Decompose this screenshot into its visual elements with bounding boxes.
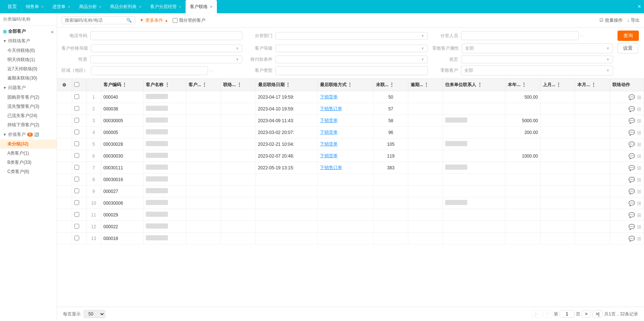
row-last-contact-way[interactable] [317, 174, 373, 186]
grid-action-icon[interactable]: ⊞ [637, 130, 641, 135]
row-last-contact-way[interactable]: 下销售订单 [317, 162, 373, 174]
sidebar-item-abnormal[interactable]: 固购异常客户(2) [0, 93, 57, 102]
sidebar-group-problem[interactable]: ▼ 问题客户 [0, 83, 57, 93]
message-icon[interactable]: 💬 [629, 224, 635, 230]
sidebar-item-lost-warn[interactable]: 流失预警客户(3) [0, 102, 57, 111]
per-page-select[interactable]: 50 100 [84, 310, 105, 318]
message-icon[interactable]: 💬 [629, 188, 635, 194]
th-type[interactable]: 客户... ⋮ [186, 79, 221, 91]
field-customer-level-select[interactable]: ▼ [275, 45, 427, 52]
row-checkbox[interactable] [74, 188, 79, 193]
nav-tab-sales[interactable]: 销售单 × [21, 0, 48, 13]
th-no-contact[interactable]: 未联... ⋮ [373, 79, 408, 91]
message-icon[interactable]: 💬 [629, 106, 635, 112]
all-customers-header[interactable]: ⊞ 全部客户 « [0, 25, 57, 36]
grid-action-icon[interactable]: ⊞ [637, 165, 641, 171]
sidebar-group-pending[interactable]: ▼ 待联络客户 [0, 36, 57, 46]
row-checkbox[interactable] [74, 177, 79, 181]
field-nature-select[interactable]: ▼ [90, 56, 242, 63]
close-analysis-icon[interactable]: × [99, 4, 101, 9]
th-contacts-person[interactable]: 往来单位联系人 ⋮ [443, 79, 506, 91]
row-last-contact-way[interactable] [317, 209, 373, 221]
sidebar-item-B[interactable]: B类客户(33) [0, 158, 57, 167]
more-conditions-btn[interactable]: ▼ 更多条件 ▲ [140, 17, 168, 24]
batch-operation-btn[interactable]: ☑ 批量操作 [599, 17, 623, 24]
message-icon[interactable]: 💬 [629, 177, 635, 183]
sidebar-item-decreasing[interactable]: 持续下滑客户(2) [0, 120, 57, 130]
row-checkbox[interactable] [74, 212, 79, 217]
th-last-contact-date[interactable]: 最后联络日期 ⋮ [256, 79, 317, 91]
row-checkbox[interactable] [74, 141, 79, 146]
row-checkbox[interactable] [74, 94, 79, 99]
sidebar-item-C[interactable]: C类客户(6) [0, 167, 57, 176]
row-last-contact-way[interactable] [317, 197, 373, 209]
message-icon[interactable]: 💬 [629, 118, 635, 124]
row-checkbox[interactable] [74, 224, 79, 229]
message-icon[interactable]: 💬 [629, 141, 635, 147]
grid-action-icon[interactable]: ⊞ [637, 236, 641, 241]
th-name[interactable]: 客户名称 ⋮ [144, 79, 186, 91]
grid-action-icon[interactable]: ⊞ [637, 118, 641, 124]
field-status-select[interactable]: ▼ [461, 56, 613, 63]
refresh-icon[interactable]: 🔄 [34, 133, 39, 137]
row-checkbox[interactable] [74, 200, 79, 205]
manager-dots-icon[interactable]: ··· [580, 33, 584, 38]
grid-action-icon[interactable]: ⊞ [637, 94, 641, 100]
row-checkbox[interactable] [74, 106, 79, 111]
close-customer-contact-icon[interactable]: × [210, 4, 212, 9]
filter-search-input[interactable] [65, 18, 126, 23]
field-scatter-attr-select[interactable]: 全部 ▼ [462, 43, 613, 53]
my-customers-checkbox[interactable] [173, 18, 177, 23]
reset-button[interactable]: 设置 [617, 43, 638, 53]
grid-action-icon[interactable]: ⊞ [637, 188, 641, 194]
field-price-level-select[interactable]: ▼ [91, 45, 242, 52]
message-icon[interactable]: 💬 [629, 153, 635, 159]
row-last-contact-way[interactable]: 下销货单 [317, 138, 373, 150]
field-payment-select[interactable]: ▼ [275, 56, 427, 63]
th-contact[interactable]: 联络... ⋮ [221, 79, 256, 91]
next-page-btn[interactable]: > [582, 310, 591, 318]
sidebar-item-lost[interactable]: 已流失客户(24) [0, 111, 57, 120]
grid-action-icon[interactable]: ⊞ [637, 212, 641, 218]
message-icon[interactable]: 💬 [629, 212, 635, 218]
row-checkbox[interactable] [74, 165, 79, 170]
my-customers-filter[interactable]: 我分管的客户 [173, 17, 205, 24]
nav-tab-analysis[interactable]: 商品分析 × [75, 0, 106, 13]
field-customer-type-input[interactable] [275, 66, 427, 75]
prev-page-btn[interactable]: < [543, 310, 552, 318]
close-purchase-icon[interactable]: × [68, 4, 70, 9]
grid-action-icon[interactable]: ⊞ [637, 106, 641, 112]
first-page-btn[interactable]: |< [531, 310, 542, 318]
sidebar-search-input[interactable] [3, 17, 57, 22]
row-last-contact-way[interactable]: 下销货单 [317, 127, 373, 138]
field-scatter-customer-select[interactable]: 全部 ▼ [461, 66, 613, 75]
export-btn[interactable]: ↓ 导出 [627, 17, 640, 24]
sidebar-item-ungraded[interactable]: 未分组(32) [0, 140, 57, 149]
grid-action-icon[interactable]: ⊞ [637, 153, 641, 159]
select-all-checkbox[interactable] [74, 82, 79, 87]
field-region-input[interactable] [91, 66, 208, 75]
message-icon[interactable]: 💬 [629, 94, 635, 100]
field-manager-input[interactable] [461, 31, 579, 40]
th-code[interactable]: 客户编码 ⋮ [101, 79, 144, 91]
query-button[interactable]: 查询 [617, 31, 639, 41]
row-checkbox[interactable] [74, 153, 79, 158]
row-last-contact-way[interactable] [317, 186, 373, 197]
message-icon[interactable]: 💬 [629, 130, 635, 135]
th-this-year[interactable]: 本年... ⋮ [506, 79, 540, 91]
row-checkbox[interactable] [74, 118, 79, 123]
th-last-contact-way[interactable]: 最后联络方式 ⋮ [317, 79, 373, 91]
row-last-contact-way[interactable]: 下销货单 [317, 150, 373, 162]
sidebar-group-value[interactable]: ▼ 价值客户 R 🔄 [0, 130, 57, 140]
sidebar-item-today[interactable]: 今天待联络(0) [0, 46, 57, 55]
row-last-contact-way[interactable] [317, 233, 373, 244]
row-checkbox[interactable] [74, 236, 79, 240]
row-last-contact-way[interactable] [317, 221, 373, 233]
nav-tab-customer-mgr[interactable]: 客户分层经营 × [146, 0, 186, 13]
last-page-btn[interactable]: >| [592, 310, 603, 318]
field-phone-input[interactable] [90, 31, 242, 40]
message-icon[interactable]: 💬 [629, 236, 635, 241]
nav-tab-purchase[interactable]: 进货单 × [48, 0, 74, 13]
row-last-contact-way[interactable]: 下销售订单 [317, 103, 373, 115]
row-checkbox[interactable] [74, 130, 79, 134]
